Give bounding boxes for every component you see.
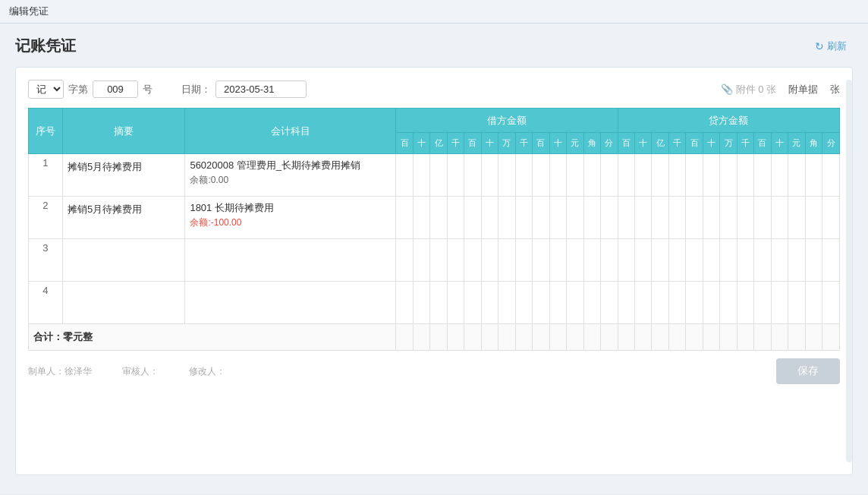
credit-cell-8[interactable] [754,239,771,282]
cell-summary[interactable] [62,282,184,324]
debit-cell-10[interactable] [567,154,583,197]
credit-cell-0[interactable] [618,197,634,239]
credit-cell-8[interactable] [754,282,771,324]
credit-cell-11[interactable] [805,154,822,197]
credit-cell-1[interactable] [634,154,651,197]
credit-cell-3[interactable] [668,282,685,324]
attach-single-label[interactable]: 附单据 [788,83,818,96]
debit-cell-1[interactable] [413,239,429,282]
credit-cell-7[interactable] [737,154,753,197]
debit-cell-3[interactable] [447,239,464,282]
debit-cell-2[interactable] [430,154,447,197]
credit-cell-3[interactable] [668,239,685,282]
debit-cell-6[interactable] [498,197,515,239]
credit-cell-2[interactable] [652,239,668,282]
credit-cell-1[interactable] [634,282,651,324]
debit-cell-10[interactable] [567,282,583,324]
debit-cell-3[interactable] [447,282,464,324]
debit-cell-7[interactable] [515,239,532,282]
debit-cell-5[interactable] [481,154,498,197]
debit-cell-6[interactable] [498,154,515,197]
credit-cell-0[interactable] [618,239,634,282]
credit-cell-10[interactable] [788,197,805,239]
credit-cell-11[interactable] [805,197,822,239]
debit-cell-3[interactable] [447,197,464,239]
debit-cell-4[interactable] [464,197,481,239]
credit-cell-0[interactable] [618,282,634,324]
credit-cell-6[interactable] [720,282,737,324]
credit-cell-9[interactable] [771,197,788,239]
debit-cell-6[interactable] [498,282,515,324]
credit-cell-6[interactable] [720,239,737,282]
debit-cell-4[interactable] [464,239,481,282]
debit-cell-5[interactable] [481,239,498,282]
debit-cell-6[interactable] [498,239,515,282]
debit-cell-10[interactable] [567,197,583,239]
debit-cell-0[interactable] [396,282,413,324]
credit-cell-3[interactable] [668,197,685,239]
debit-cell-7[interactable] [515,154,532,197]
cell-account[interactable]: 1801 长期待摊费用余额:-100.00 [185,197,396,239]
debit-cell-1[interactable] [413,282,429,324]
debit-cell-9[interactable] [549,197,566,239]
debit-cell-8[interactable] [533,154,549,197]
debit-cell-12[interactable] [600,239,618,282]
cell-summary[interactable] [62,239,184,282]
credit-cell-3[interactable] [668,154,685,197]
credit-cell-12[interactable] [822,154,840,197]
debit-cell-9[interactable] [549,239,566,282]
credit-cell-9[interactable] [771,282,788,324]
credit-cell-6[interactable] [720,154,737,197]
credit-cell-4[interactable] [686,154,703,197]
debit-cell-0[interactable] [396,239,413,282]
credit-cell-9[interactable] [771,239,788,282]
debit-cell-8[interactable] [533,197,549,239]
credit-cell-5[interactable] [703,154,719,197]
credit-cell-4[interactable] [686,239,703,282]
credit-cell-8[interactable] [754,197,771,239]
attachment-link[interactable]: 📎 附件 0 张 [721,83,776,96]
debit-cell-8[interactable] [533,282,549,324]
debit-cell-9[interactable] [549,282,566,324]
credit-cell-2[interactable] [652,282,668,324]
debit-cell-12[interactable] [600,197,618,239]
scrollbar[interactable] [846,80,852,462]
credit-cell-7[interactable] [737,197,753,239]
debit-cell-8[interactable] [533,239,549,282]
credit-cell-4[interactable] [686,197,703,239]
credit-cell-10[interactable] [788,282,805,324]
debit-cell-1[interactable] [413,197,429,239]
credit-cell-11[interactable] [805,239,822,282]
debit-cell-9[interactable] [549,154,566,197]
save-button[interactable]: 保存 [776,358,840,384]
debit-cell-0[interactable] [396,197,413,239]
credit-cell-0[interactable] [618,154,634,197]
refresh-button[interactable]: ↻ 刷新 [809,36,853,56]
debit-cell-5[interactable] [481,282,498,324]
credit-cell-2[interactable] [652,154,668,197]
credit-cell-7[interactable] [737,282,753,324]
debit-cell-11[interactable] [583,239,600,282]
debit-cell-2[interactable] [430,239,447,282]
credit-cell-5[interactable] [703,239,719,282]
debit-cell-12[interactable] [600,282,618,324]
debit-cell-4[interactable] [464,282,481,324]
debit-cell-10[interactable] [567,239,583,282]
cell-account[interactable]: 56020008 管理费用_长期待摊费用摊销余额:0.00 [185,154,396,197]
debit-cell-11[interactable] [583,282,600,324]
debit-cell-7[interactable] [515,282,532,324]
credit-cell-4[interactable] [686,282,703,324]
credit-cell-11[interactable] [805,282,822,324]
credit-cell-5[interactable] [703,282,719,324]
cell-summary[interactable]: 摊销5月待摊费用 [62,197,184,239]
debit-cell-2[interactable] [430,197,447,239]
cell-account[interactable] [185,282,396,324]
credit-cell-2[interactable] [652,197,668,239]
credit-cell-6[interactable] [720,197,737,239]
credit-cell-12[interactable] [822,282,840,324]
credit-cell-7[interactable] [737,239,753,282]
debit-cell-3[interactable] [447,154,464,197]
debit-cell-11[interactable] [583,154,600,197]
credit-cell-9[interactable] [771,154,788,197]
debit-cell-12[interactable] [600,154,618,197]
